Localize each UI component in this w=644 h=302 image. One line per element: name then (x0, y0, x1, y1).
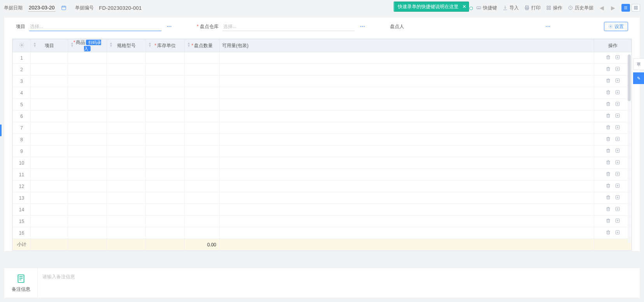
cell-unit[interactable] (146, 181, 185, 192)
cell-spec[interactable] (107, 99, 146, 111)
cell-qty[interactable] (185, 87, 220, 99)
cell-qty[interactable] (185, 216, 220, 227)
col-project[interactable]: ▲▼项目 (31, 39, 68, 52)
import-button[interactable]: 导入 (502, 5, 519, 11)
add-row-button[interactable] (615, 160, 620, 166)
history-button[interactable]: 历史单据 (568, 5, 593, 11)
add-row-button[interactable] (615, 125, 620, 131)
cell-product[interactable] (68, 64, 107, 76)
person-input[interactable] (408, 22, 540, 31)
cell-product[interactable] (68, 157, 107, 169)
delete-row-button[interactable] (606, 66, 611, 73)
cell-project[interactable] (31, 122, 68, 134)
cell-product[interactable] (68, 192, 107, 204)
cell-unit[interactable] (146, 227, 185, 239)
float-tab-edit[interactable]: ✎ (633, 72, 644, 84)
table-row[interactable]: 13 (13, 192, 632, 204)
cell-project[interactable] (31, 181, 68, 192)
cell-qty[interactable] (185, 192, 220, 204)
cell-spec[interactable] (107, 76, 146, 87)
cell-spec[interactable] (107, 111, 146, 122)
table-row[interactable]: 4 (13, 87, 632, 99)
table-row[interactable]: 10 (13, 157, 632, 169)
cell-product[interactable] (68, 111, 107, 122)
cell-product[interactable] (68, 146, 107, 157)
cell-qty[interactable] (185, 111, 220, 122)
cell-product[interactable] (68, 169, 107, 181)
cell-project[interactable] (31, 99, 68, 111)
cell-project[interactable] (31, 216, 68, 227)
cell-unit[interactable] (146, 169, 185, 181)
table-row[interactable]: 7 (13, 122, 632, 134)
delete-row-button[interactable] (606, 78, 611, 84)
cell-unit[interactable] (146, 64, 185, 76)
cell-available[interactable] (220, 64, 594, 76)
scan-badge[interactable]: 扫码录入 (84, 40, 101, 51)
cell-available[interactable] (220, 204, 594, 216)
cell-unit[interactable] (146, 204, 185, 216)
cell-unit[interactable] (146, 216, 185, 227)
cell-spec[interactable] (107, 192, 146, 204)
cell-available[interactable] (220, 157, 594, 169)
cell-product[interactable] (68, 181, 107, 192)
col-spec[interactable]: ▲▼规格型号 (107, 39, 146, 52)
delete-row-button[interactable] (606, 113, 611, 119)
delete-row-button[interactable] (606, 195, 611, 201)
cell-project[interactable] (31, 157, 68, 169)
cell-qty[interactable] (185, 227, 220, 239)
cell-project[interactable] (31, 111, 68, 122)
table-row[interactable]: 9 (13, 146, 632, 157)
delete-row-button[interactable] (606, 101, 611, 108)
delete-row-button[interactable] (606, 136, 611, 143)
add-row-button[interactable] (615, 78, 620, 84)
cell-available[interactable] (220, 87, 594, 99)
cell-unit[interactable] (146, 99, 185, 111)
cell-unit[interactable] (146, 52, 185, 64)
cell-available[interactable] (220, 52, 594, 64)
cell-qty[interactable] (185, 169, 220, 181)
table-row[interactable]: 11 (13, 169, 632, 181)
col-available[interactable]: ▲▼可用量(包装) (220, 39, 594, 52)
project-picker-icon[interactable]: ··· (165, 24, 173, 29)
cell-product[interactable] (68, 216, 107, 227)
table-row[interactable]: 6 (13, 111, 632, 122)
warehouse-input[interactable] (222, 22, 355, 31)
cell-project[interactable] (31, 64, 68, 76)
cell-spec[interactable] (107, 181, 146, 192)
delete-row-button[interactable] (606, 230, 611, 236)
add-row-button[interactable] (615, 183, 620, 190)
cell-spec[interactable] (107, 169, 146, 181)
add-row-button[interactable] (615, 54, 620, 61)
cell-qty[interactable] (185, 134, 220, 146)
cell-product[interactable] (68, 99, 107, 111)
delete-row-button[interactable] (606, 160, 611, 166)
cell-spec[interactable] (107, 204, 146, 216)
person-picker-icon[interactable]: ··· (544, 24, 552, 29)
cell-project[interactable] (31, 134, 68, 146)
cell-project[interactable] (31, 146, 68, 157)
prev-arrow[interactable]: ◀ (599, 5, 605, 11)
delete-row-button[interactable] (606, 183, 611, 190)
delete-row-button[interactable] (606, 218, 611, 225)
cell-project[interactable] (31, 192, 68, 204)
vertical-scrollbar[interactable] (628, 54, 631, 243)
delete-row-button[interactable] (606, 148, 611, 155)
delete-row-button[interactable] (606, 206, 611, 213)
cell-unit[interactable] (146, 122, 185, 134)
delete-row-button[interactable] (606, 90, 611, 96)
cell-spec[interactable] (107, 64, 146, 76)
cell-available[interactable] (220, 122, 594, 134)
settings-button[interactable]: 设置 (604, 22, 628, 31)
list-view-button[interactable] (621, 4, 630, 12)
cell-product[interactable] (68, 227, 107, 239)
cell-product[interactable] (68, 52, 107, 64)
date-value[interactable]: 2023-03-20 (28, 4, 56, 12)
delete-row-button[interactable] (606, 125, 611, 131)
table-row[interactable]: 15 (13, 216, 632, 227)
cell-project[interactable] (31, 52, 68, 64)
calendar-icon[interactable] (61, 5, 66, 11)
cell-spec[interactable] (107, 134, 146, 146)
cell-qty[interactable] (185, 76, 220, 87)
cell-project[interactable] (31, 76, 68, 87)
cell-qty[interactable] (185, 157, 220, 169)
